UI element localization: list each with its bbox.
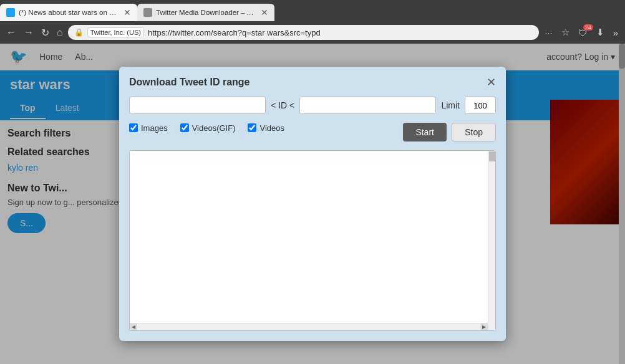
videos-checkbox-label[interactable]: Videos [248, 123, 284, 133]
address-bar: ← → ↻ ⌂ 🔒 Twitter, Inc. (US) https://twi… [0, 21, 625, 44]
modal-title: Download Tweet ID range [129, 77, 250, 88]
modal-id-row: < ID < Limit [129, 97, 496, 114]
modal-close-button[interactable]: ✕ [487, 77, 496, 88]
bookmark-button[interactable]: ☆ [558, 25, 573, 40]
limit-label: Limit [441, 100, 460, 110]
toolbar-right: ··· ☆ 🛡 24 ⬇ » [541, 25, 621, 40]
modal-overlay: Download Tweet ID range ✕ < ID < Limit I… [0, 44, 625, 364]
tab-ext-close[interactable]: ✕ [261, 8, 268, 17]
scroll-left-arrow[interactable]: ◀ [130, 323, 137, 331]
videos-label: Videos [259, 123, 284, 133]
menu-button[interactable]: ··· [541, 26, 556, 40]
company-badge: Twitter, Inc. (US) [87, 27, 144, 37]
scroll-right-arrow[interactable]: ▶ [480, 323, 488, 331]
tab-ext[interactable]: Twitter Media Downloader – Add-o ✕ [137, 4, 274, 21]
ext-favicon [143, 8, 152, 17]
tab-bar: (*) News about star wars on Twitter ✕ Tw… [0, 0, 625, 21]
vertical-scrollbar-thumb[interactable] [489, 151, 495, 161]
tab-twitter-close[interactable]: ✕ [124, 8, 131, 17]
home-button[interactable]: ⌂ [54, 26, 65, 39]
security-icon: 🔒 [74, 28, 84, 37]
url-field[interactable]: 🔒 Twitter, Inc. (US) https://twitter.com… [68, 25, 539, 40]
url-text: https://twitter.com/search?q=star wars&s… [148, 28, 533, 37]
tab-twitter-title: (*) News about star wars on Twitter [19, 9, 120, 16]
videos-checkbox[interactable] [248, 123, 256, 132]
more-button[interactable]: » [610, 26, 621, 40]
vertical-scrollbar[interactable] [488, 151, 495, 330]
modal-options-row: Images Videos(GIF) Videos [129, 123, 284, 133]
videos-gif-checkbox[interactable] [180, 123, 189, 132]
modal-textarea-container: ◀ ▶ [129, 150, 496, 331]
horizontal-scrollbar[interactable]: ◀ ▶ [130, 323, 488, 330]
images-checkbox-label[interactable]: Images [129, 123, 168, 133]
modal-action-btns: Start Stop [403, 123, 496, 141]
images-checkbox[interactable] [129, 123, 138, 132]
tab-ext-title: Twitter Media Downloader – Add-o [156, 9, 257, 16]
download-button[interactable]: ⬇ [593, 25, 608, 40]
extension-button[interactable]: 🛡 24 [575, 26, 591, 40]
download-tweet-modal: Download Tweet ID range ✕ < ID < Limit I… [119, 67, 506, 341]
refresh-button[interactable]: ↻ [39, 26, 52, 40]
videos-gif-checkbox-label[interactable]: Videos(GIF) [180, 123, 236, 133]
id-to-input[interactable] [299, 97, 436, 114]
forward-button[interactable]: → [21, 26, 36, 39]
twitter-favicon [6, 8, 15, 17]
stop-button[interactable]: Stop [452, 123, 496, 141]
id-separator: < ID < [271, 100, 294, 110]
images-label: Images [141, 123, 168, 133]
start-button[interactable]: Start [403, 123, 447, 141]
modal-title-bar: Download Tweet ID range ✕ [129, 77, 496, 88]
id-from-input[interactable] [129, 97, 266, 114]
videos-gif-label: Videos(GIF) [192, 123, 236, 133]
back-button[interactable]: ← [4, 26, 19, 39]
ext-badge: 24 [583, 24, 593, 31]
modal-textarea[interactable] [130, 151, 495, 330]
page-content: 🐦 Home Ab... account? Log in ▾ star wars… [0, 44, 625, 364]
options-and-btns: Images Videos(GIF) Videos Start Stop [129, 123, 496, 141]
browser-chrome: (*) News about star wars on Twitter ✕ Tw… [0, 0, 625, 44]
scroll-track-horizontal [137, 323, 480, 330]
limit-input[interactable] [465, 97, 496, 114]
tab-twitter[interactable]: (*) News about star wars on Twitter ✕ [0, 4, 137, 21]
